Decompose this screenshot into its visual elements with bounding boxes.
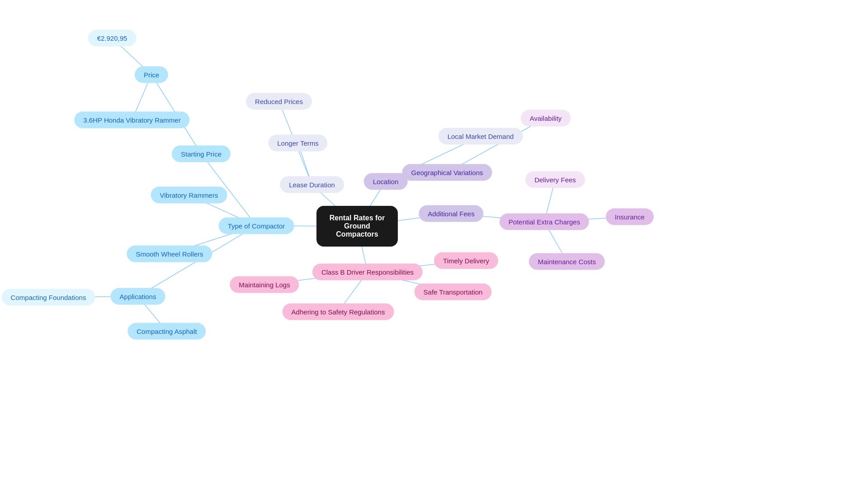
node-longer_terms: Longer Terms xyxy=(268,135,327,152)
node-starting_price: Starting Price xyxy=(172,146,231,162)
node-compacting_asphalt: Compacting Asphalt xyxy=(127,323,206,340)
node-applications: Applications xyxy=(111,288,165,305)
node-timely_delivery: Timely Delivery xyxy=(434,252,498,269)
mindmap-container: Rental Rates for Ground CompactorsPrice€… xyxy=(0,0,868,490)
node-maintaining_logs: Maintaining Logs xyxy=(230,276,299,293)
node-vibratory_rammers: Vibratory Rammers xyxy=(151,187,227,204)
node-compacting_foundations: Compacting Foundations xyxy=(2,289,95,306)
node-availability: Availability xyxy=(521,110,571,127)
node-additional_fees: Additional Fees xyxy=(419,205,483,222)
node-euro_price: €2.920,95 xyxy=(88,30,137,47)
node-honda: 3.6HP Honda Vibratory Rammer xyxy=(74,112,189,128)
node-center: Rental Rates for Ground Compactors xyxy=(316,206,398,247)
node-location: Location xyxy=(364,173,408,190)
node-reduced_prices: Reduced Prices xyxy=(246,93,312,110)
node-potential_extra_charges: Potential Extra Charges xyxy=(500,214,589,230)
node-insurance: Insurance xyxy=(606,209,654,225)
node-delivery_fees: Delivery Fees xyxy=(525,171,585,188)
node-type_of_compactor: Type of Compactor xyxy=(219,218,294,234)
node-price: Price xyxy=(135,67,168,83)
node-lease_duration: Lease Duration xyxy=(280,176,344,193)
node-maintenance_costs: Maintenance Costs xyxy=(529,253,605,270)
connections-svg xyxy=(0,0,868,490)
node-class_b_driver: Class B Driver Responsibilities xyxy=(312,264,423,281)
node-geographical_variations: Geographical Variations xyxy=(402,164,492,181)
node-smooth_wheel: Smooth Wheel Rollers xyxy=(127,246,212,262)
node-safe_transportation: Safe Transportation xyxy=(415,284,492,300)
node-adhering_safety: Adhering to Safety Regulations xyxy=(283,304,394,320)
node-local_market_demand: Local Market Demand xyxy=(439,128,523,145)
